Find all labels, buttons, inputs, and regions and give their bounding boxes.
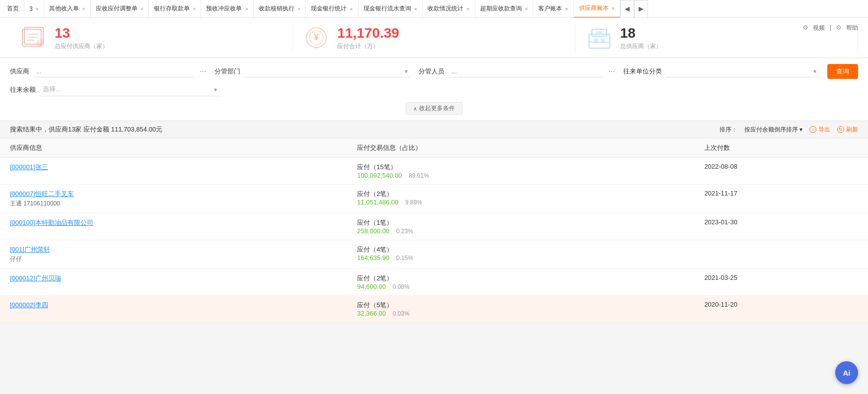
export-label: 导出 xyxy=(818,126,830,134)
supplier-info-cell: [000100]本特勤油品有限公司 xyxy=(0,213,347,240)
sort-select[interactable]: 按应付余额倒序排序 ▾ xyxy=(744,126,802,134)
dept-chevron-down-icon xyxy=(405,67,408,75)
nav-tab-cash-stats[interactable]: 现金银行统计 × xyxy=(306,0,358,18)
close-icon[interactable]: × xyxy=(525,6,528,12)
supplier-sub-info: 王通 17106110000 xyxy=(10,199,337,208)
tx-info-cell: 应付（2笔） 11,051,486.00 9.89% xyxy=(347,185,694,213)
top-navigation: 首页 3 × 其他收入单 × 应收应付调整单 × 银行存取款单 × 预收冲应收单… xyxy=(0,0,868,18)
close-icon[interactable]: × xyxy=(141,6,144,12)
last-payment-date: 2020-11-20 xyxy=(704,301,737,308)
supplier-link[interactable]: [000100]本特勤油品有限公司 xyxy=(10,218,337,227)
results-bar: 搜索结果中，供应商13家 应付金额 111,703,854.00元 排序： 按应… xyxy=(0,121,868,138)
supplier-link[interactable]: [000007]恒旺二手叉车 xyxy=(10,190,337,198)
supplier-link[interactable]: [000012]广州贝瑞 xyxy=(10,274,337,283)
tx-label: 应付（4笔） xyxy=(357,245,684,254)
tx-pct: 0.03% xyxy=(393,310,410,317)
supplier-label: 供应商 xyxy=(10,67,29,76)
nav-next-arrow[interactable]: ▶ xyxy=(634,0,648,18)
close-icon[interactable]: × xyxy=(466,6,469,12)
nav-tab-overdue[interactable]: 超期应收款查询 × xyxy=(475,0,533,18)
close-icon[interactable]: × xyxy=(350,6,353,12)
category-select[interactable] xyxy=(666,66,820,77)
nav-tab-customer-ledger[interactable]: 客户账本 × xyxy=(533,0,574,18)
summary-total-suppliers-text: 18 总供应商（家） xyxy=(620,25,662,51)
supplier-dots-icon[interactable]: ··· xyxy=(200,67,206,76)
table-row: [000007]恒旺二手叉车 王通 17106110000 应付（2笔） 11,… xyxy=(0,185,868,213)
nav-tab-collection-stats[interactable]: 收款情况统计 × xyxy=(423,0,475,18)
sort-chevron-down-icon: ▾ xyxy=(799,126,802,133)
supplier-input[interactable] xyxy=(33,66,194,77)
nav-tab-other-income[interactable]: 其他收入单 × xyxy=(44,0,90,18)
close-icon[interactable]: × xyxy=(297,6,300,12)
tx-label: 应付（2笔） xyxy=(357,190,684,198)
filter-supplier: 供应商 ··· xyxy=(10,66,207,77)
filter-category: 往来单位分类 xyxy=(623,66,820,77)
close-icon[interactable]: × xyxy=(414,6,417,12)
person-dots-icon[interactable]: ··· xyxy=(608,67,615,76)
total-payable-number: 11,170.39 xyxy=(337,25,399,42)
help-link[interactable]: 帮助 xyxy=(846,24,858,32)
person-input[interactable] xyxy=(448,66,602,77)
export-button[interactable]: ○ 导出 xyxy=(809,126,830,134)
col-header-tx: 应付交易信息（占比） xyxy=(347,138,694,158)
results-info: 搜索结果中，供应商13家 应付金额 111,703,854.00元 xyxy=(10,125,162,134)
dept-select[interactable] xyxy=(244,66,411,77)
amount-value: 32,366.00 xyxy=(357,310,386,317)
balance-select[interactable]: 选择... xyxy=(40,83,220,96)
collapse-btn-label: 收起更多条件 xyxy=(419,104,455,113)
balance-label: 往来余额 xyxy=(10,85,36,94)
close-icon[interactable]: × xyxy=(82,6,85,12)
nav-tab-3-label: 3 xyxy=(29,5,33,12)
summary-total-payable-text: 11,170.39 应付合计（万） xyxy=(337,25,399,51)
tx-pct: 0.08% xyxy=(393,283,410,290)
nav-tab-home[interactable]: 首页 xyxy=(2,0,24,18)
last-payment-date: 2021-11-17 xyxy=(704,190,737,197)
help-links: ⊙ 视频 | ⊙ 帮助 xyxy=(803,24,858,32)
nav-tab-prepay[interactable]: 预收冲应收单 × xyxy=(201,0,253,18)
nav-tab-bank[interactable]: 银行存取款单 × xyxy=(149,0,201,18)
last-payment-cell: 2021-11-17 xyxy=(694,185,868,213)
supplier-link[interactable]: [000002]李四 xyxy=(10,301,337,310)
supplier-link[interactable]: [001]广州荣轩 xyxy=(10,245,337,254)
category-chevron-down-icon xyxy=(813,67,816,75)
last-payment-date: 2023-01-30 xyxy=(704,218,737,226)
close-icon[interactable]: × xyxy=(612,5,615,11)
tx-info-cell: 应付（4笔） 164,635.90 0.15% xyxy=(347,240,694,269)
close-icon[interactable]: × xyxy=(193,6,196,12)
close-icon[interactable]: × xyxy=(36,6,39,12)
amount-value: 258,000.00 xyxy=(357,227,389,235)
video-link[interactable]: 视频 xyxy=(813,24,825,32)
close-icon[interactable]: × xyxy=(245,6,248,12)
supplier-info-cell: [000001]张三 xyxy=(0,158,347,185)
table-scroll-area[interactable]: 供应商信息 应付交易信息（占比） 上次付数 [000001]张三 应付（15笔） xyxy=(0,138,868,323)
filter-row-2: 往来余额 选择... xyxy=(10,83,858,96)
search-button[interactable]: 查询 xyxy=(827,64,858,79)
nav-tab-customer-ledger-label: 客户账本 xyxy=(538,4,562,13)
last-payment-cell xyxy=(694,240,868,269)
filter-dept: 分管部门 xyxy=(215,66,411,77)
last-payment-date: 2022-08-08 xyxy=(704,163,737,170)
refresh-label: 刷新 xyxy=(846,126,858,134)
amount-value: 94,600.00 xyxy=(357,283,386,290)
tx-pct: 89.61% xyxy=(409,172,429,179)
nav-tab-cash-flow[interactable]: 现金银行流水查询 × xyxy=(359,0,423,18)
tx-label: 应付（1笔） xyxy=(357,218,684,227)
filter-person: 分管人员 ··· xyxy=(419,66,615,77)
table-row: [000001]张三 应付（15笔） 100,092,540.00 89.61%… xyxy=(0,158,868,185)
refresh-icon: ↻ xyxy=(837,126,844,133)
supplier-link[interactable]: [000001]张三 xyxy=(10,163,337,172)
nav-prev-arrow[interactable]: ◀ xyxy=(620,0,634,18)
nav-tab-supplier-ledger[interactable]: 供应商账本 × xyxy=(574,0,620,18)
refresh-button[interactable]: ↻ 刷新 xyxy=(837,126,858,134)
nav-tab-prepay-label: 预收冲应收单 xyxy=(206,4,242,13)
tx-pct: 9.89% xyxy=(405,199,422,206)
nav-tab-3[interactable]: 3 × xyxy=(24,0,44,18)
collapse-button[interactable]: 收起更多条件 xyxy=(406,102,462,115)
close-icon[interactable]: × xyxy=(565,6,568,12)
nav-tab-adjust[interactable]: 应收应付调整单 × xyxy=(91,0,149,18)
nav-tab-collection[interactable]: 收款核销执行 × xyxy=(254,0,306,18)
last-payment-cell: 2022-08-08 xyxy=(694,158,868,185)
help-video-icon: ⊙ xyxy=(803,24,808,32)
svg-point-5 xyxy=(36,39,44,47)
nav-tab-cash-stats-label: 现金银行统计 xyxy=(311,4,347,13)
